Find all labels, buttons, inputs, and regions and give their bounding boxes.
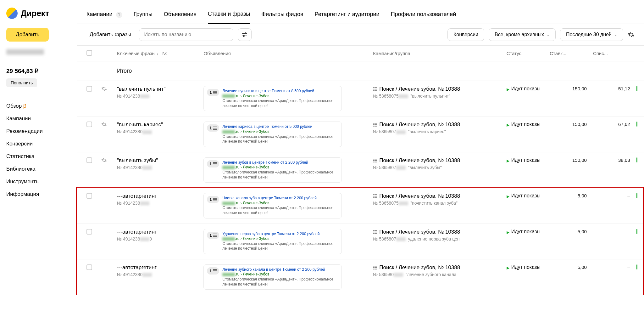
nav-overview[interactable]: Обзор (6, 100, 71, 112)
row-checkbox[interactable] (86, 122, 92, 127)
gear-icon[interactable] (101, 157, 111, 163)
row-checkbox[interactable] (86, 157, 92, 163)
ad-preview[interactable]: 1 Лечение зубного канала в центре Тюмени… (203, 264, 342, 290)
svg-rect-55 (214, 236, 217, 237)
tab-profiles[interactable]: Профили пользователей (391, 7, 456, 23)
bid-value: 5,00 (547, 188, 590, 224)
tab-retargeting[interactable]: Ретаргетинг и аудитории (315, 7, 380, 23)
phrase-text[interactable]: "вылечить кариес" (117, 122, 197, 128)
phrase-id: № 4914238 (117, 94, 197, 99)
add-phrases-button[interactable]: Добавить фразы (86, 28, 135, 41)
phrase-text[interactable]: ---автотаргетинг (117, 264, 197, 271)
ad-preview[interactable]: 1 Лечение зубов в центре Тюмени от 2 200… (203, 157, 342, 183)
ad-preview[interactable]: 1 Чистка канала зуба в центре Тюмени от … (203, 193, 342, 218)
col-phrases[interactable]: Ключевые фразы (117, 51, 158, 56)
list-icon (373, 123, 377, 127)
svg-rect-63 (214, 269, 217, 270)
nav-recommendations[interactable]: Рекомендации (6, 125, 71, 138)
status: ▶ Идут показы (507, 229, 544, 235)
svg-rect-27 (214, 162, 217, 163)
logo[interactable]: Директ (6, 8, 71, 19)
tab-bids-phrases[interactable]: Ставки и фразы (208, 6, 250, 24)
row-checkbox[interactable] (86, 86, 92, 92)
svg-rect-38 (213, 198, 214, 199)
nav-library[interactable]: Библиотека (6, 163, 71, 175)
svg-rect-7 (214, 94, 217, 94)
gear-icon[interactable] (101, 86, 111, 92)
ad-title: Удаление нерва зуба в центре Тюмени от 2… (222, 232, 338, 237)
svg-rect-57 (375, 230, 377, 231)
ad-count-badge: 1 (207, 196, 219, 203)
table-row: ---автотаргетинг № 4914238 1 Чистка кана… (77, 188, 644, 224)
tab-groups[interactable]: Группы (134, 7, 153, 23)
ad-url: .ru › Лечение-Зубов (222, 94, 338, 99)
table-row: "вылечить кариес" № 49142380 1 Лечение к… (77, 116, 644, 152)
balance: 29 564,83 ₽ (6, 67, 71, 75)
ad-preview[interactable]: 1 Удаление нерва зуба в центре Тюмени от… (203, 229, 342, 254)
status-bar-icon (636, 157, 637, 162)
svg-rect-23 (375, 124, 377, 125)
nav-statistics[interactable]: Статистика (6, 150, 71, 163)
campaign-group-id: № 536580 "лечение зубного канала (373, 272, 500, 277)
svg-rect-6 (213, 94, 214, 94)
campaign-link[interactable]: Поиск / Лечение зубов, № 10388 (373, 193, 500, 199)
table-row: ---автотаргетинг № 49142380 1 Лечение зу… (77, 259, 644, 295)
logo-text: Директ (21, 8, 49, 18)
phrase-text[interactable]: ---автотаргетинг (117, 193, 197, 199)
campaign-link[interactable]: Поиск / Лечение зубов, № 10388 (373, 264, 500, 271)
campaign-link[interactable]: Поиск / Лечение зубов, № 10388 (373, 86, 500, 92)
ad-description: Стоматологическая клининка «АрияДент». П… (222, 134, 338, 144)
topup-button[interactable]: Пополнить (6, 78, 37, 87)
row-checkbox[interactable] (86, 264, 92, 270)
nav-tools[interactable]: Инструменты (6, 175, 71, 188)
campaign-link[interactable]: Поиск / Лечение зубов, № 10388 (373, 157, 500, 164)
period-dropdown[interactable]: Последние 30 дней ⌄ (560, 28, 623, 41)
ad-preview[interactable]: 1 Лечение кариеса в центре Тюмени от 5 0… (203, 122, 342, 147)
archive-filter-dropdown[interactable]: Все, кроме архивных ⌄ (489, 28, 556, 41)
ad-title: Чистка канала зуба в центре Тюмени от 2 … (222, 196, 338, 201)
ad-preview[interactable]: 1 Лечение пульпита в центре Тюмени от 8 … (203, 86, 342, 111)
written-off-value: 51,12 (590, 81, 633, 116)
col-id[interactable]: № (162, 51, 167, 56)
svg-rect-10 (373, 89, 374, 89)
phrase-text[interactable]: ---автотаргетинг (117, 229, 197, 235)
nav-conversions[interactable]: Конверсии (6, 138, 71, 150)
tab-ads[interactable]: Объявления (164, 7, 197, 23)
svg-rect-73 (375, 269, 377, 269)
nav-info[interactable]: Информация (6, 188, 71, 201)
nav-campaigns[interactable]: Кампании (6, 112, 71, 125)
conversions-button[interactable]: Конверсии (447, 28, 484, 41)
gear-icon[interactable] (101, 122, 111, 127)
col-spis[interactable]: Спис... (590, 45, 633, 61)
col-stavka[interactable]: Ставк... (547, 45, 590, 61)
row-checkbox[interactable] (86, 229, 92, 235)
svg-rect-32 (373, 159, 374, 159)
ad-url: .ru › Лечение-Зубов (222, 129, 338, 134)
col-status[interactable]: Статус (503, 45, 547, 61)
dropdown-label: Все, кроме архивных (495, 32, 544, 37)
add-button[interactable]: Добавить (6, 28, 49, 42)
bid-value: 5,00 (547, 224, 590, 259)
list-icon (373, 194, 377, 198)
list-icon (373, 159, 377, 162)
ad-count-badge: 1 (207, 89, 219, 96)
campaign-link[interactable]: Поиск / Лечение зубов, № 10388 (373, 122, 500, 128)
filter-icon-button[interactable] (238, 28, 252, 41)
phrase-text[interactable]: "вылечить пульпит" (117, 86, 197, 92)
tab-feed-filters[interactable]: Фильтры фидов (261, 7, 303, 23)
phrases-table: Ключевые фразы № Объявления Кампания/гру… (77, 45, 644, 295)
svg-rect-24 (373, 126, 374, 127)
select-all-checkbox[interactable] (86, 50, 92, 56)
row-checkbox[interactable] (86, 193, 92, 199)
phrase-id: № 49142380 (117, 165, 197, 170)
main-content: Кампании 1 Группы Объявления Ставки и фр… (77, 0, 644, 295)
col-ads[interactable]: Объявления (200, 45, 370, 61)
settings-icon[interactable] (628, 31, 635, 38)
search-input[interactable] (139, 28, 233, 41)
svg-rect-66 (213, 272, 214, 272)
ad-title: Лечение кариеса в центре Тюмени от 5 000… (222, 124, 338, 129)
phrase-text[interactable]: "вылечить зубы" (117, 157, 197, 164)
campaign-link[interactable]: Поиск / Лечение зубов, № 10388 (373, 229, 500, 235)
col-campaign[interactable]: Кампания/группа (370, 45, 503, 61)
tab-campaigns[interactable]: Кампании 1 (86, 7, 122, 24)
